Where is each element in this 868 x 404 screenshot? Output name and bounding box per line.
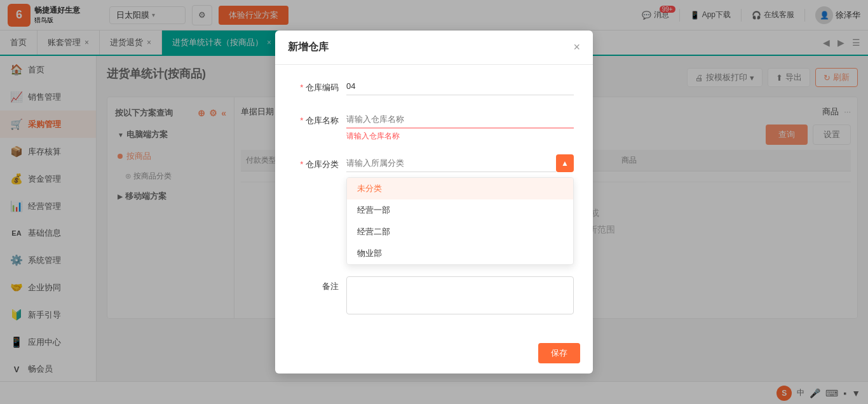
dialog-body: * 仓库编码 * 仓库名称 请输入仓库名称 (275, 65, 593, 335)
dialog-overlay: 新增仓库 × * 仓库编码 * 仓库名称 (0, 0, 868, 404)
dropdown-item-dept3[interactable]: 物业部 (347, 243, 573, 264)
arrow-up-icon: ▲ (561, 159, 569, 168)
category-label: * 仓库分类 (294, 154, 339, 175)
category-select-row: ▲ (346, 154, 574, 172)
name-error-msg: 请输入仓库名称 (346, 131, 574, 142)
code-control (346, 77, 574, 95)
warehouse-name-input[interactable] (346, 111, 574, 128)
dialog-header: 新增仓库 × (275, 30, 593, 65)
note-control (346, 276, 574, 316)
name-field-row: * 仓库名称 请输入仓库名称 (294, 111, 574, 142)
dialog-title: 新增仓库 (288, 41, 329, 54)
dropdown-item-uncategorized[interactable]: 未分类 (347, 178, 573, 199)
category-control: ▲ 未分类 经营一部 经营二部 物业部 (346, 154, 574, 172)
note-label: 备注 (294, 276, 339, 297)
note-field-row: 备注 (294, 276, 574, 316)
category-field-row: * 仓库分类 ▲ 未分类 经营一部 经营二部 物业 (294, 154, 574, 175)
code-field-row: * 仓库编码 (294, 77, 574, 98)
name-control: 请输入仓库名称 (346, 111, 574, 142)
dropdown-item-dept1[interactable]: 经营一部 (347, 199, 573, 221)
warehouse-code-input[interactable] (346, 77, 574, 95)
name-label: * 仓库名称 (294, 111, 339, 131)
new-warehouse-dialog: 新增仓库 × * 仓库编码 * 仓库名称 (275, 30, 593, 374)
dialog-footer: 保存 (275, 335, 593, 374)
dialog-close-btn[interactable]: × (573, 41, 580, 54)
code-label: * 仓库编码 (294, 77, 339, 98)
required-star3: * (300, 159, 306, 169)
category-dropdown-btn[interactable]: ▲ (556, 154, 574, 172)
required-star2: * (300, 116, 306, 125)
save-button[interactable]: 保存 (538, 343, 580, 363)
dropdown-item-dept2[interactable]: 经营二部 (347, 221, 573, 243)
category-dropdown-list: 未分类 经营一部 经营二部 物业部 (346, 177, 574, 265)
note-textarea[interactable] (346, 276, 574, 314)
required-star: * (300, 83, 306, 92)
category-input[interactable] (346, 154, 556, 172)
